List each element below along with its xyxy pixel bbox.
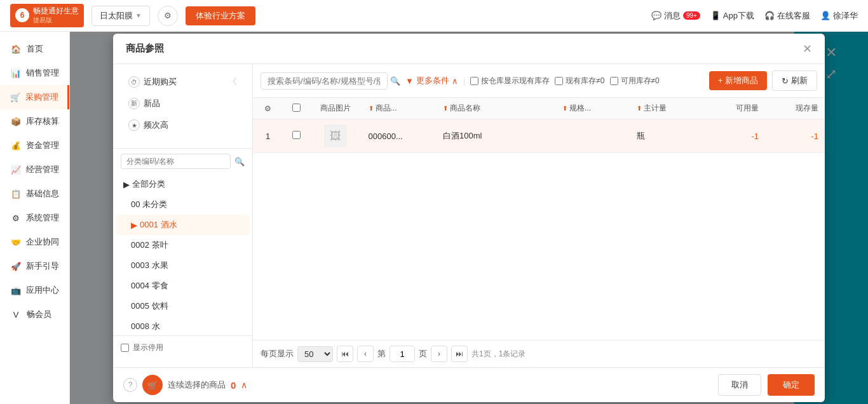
experience-button[interactable]: 体验行业方案 [186, 6, 255, 25]
guide-icon: 🚀 [10, 260, 21, 272]
cancel-button[interactable]: 取消 [718, 374, 761, 396]
row-seq: 1 [253, 119, 283, 153]
prev-page-button[interactable]: ‹ [357, 346, 374, 362]
page-summary: 共1页，1条记录 [471, 349, 526, 360]
cart-button[interactable]: 🛒 [142, 375, 163, 395]
notification-btn[interactable]: 💬 消息 99+ [651, 10, 700, 22]
toolbar: 🔍 ▼ 更多条件 ∧ | 按仓库显示现有库存 [253, 64, 825, 98]
nav-right: 💬 消息 99+ 📱 App下载 🎧 在线客服 👤 徐泽华 [651, 10, 858, 22]
branch-selector[interactable]: 日太阳膜 ▼ [92, 6, 150, 26]
select-all-checkbox[interactable] [292, 104, 301, 112]
per-page-select[interactable]: 50 20 100 [297, 346, 333, 362]
right-panel: 🔍 ▼ 更多条件 ∧ | 按仓库显示现有库存 [253, 64, 825, 367]
inventory-icon: 📦 [10, 116, 21, 127]
category-search-input[interactable] [121, 154, 231, 169]
product-thumbnail: 🖼 [324, 125, 347, 147]
checkbox-stock-ne0[interactable]: 现有库存≠0 [555, 76, 604, 86]
product-search-button[interactable]: 🔍 [390, 76, 400, 86]
app-name: 畅捷通好生意 [33, 6, 79, 15]
left-panel: ⏱ 近期购买 《 新 新品 ★ 频次高 [113, 64, 253, 367]
app-download-btn[interactable]: 📱 App下载 [710, 10, 754, 22]
filter-button[interactable]: ▼ 更多条件 ∧ [405, 75, 458, 86]
col-header-code[interactable]: ⬆ 商品... [362, 98, 437, 119]
checkbox-warehouse[interactable]: 按仓库显示现有库存 [470, 76, 550, 86]
sidebar-item-apps[interactable]: 📺 应用中心 [0, 278, 69, 302]
system-icon: ⚙ [10, 212, 21, 224]
star-icon: ★ [128, 119, 140, 131]
footer-buttons: 取消 确定 [718, 374, 815, 396]
confirm-button[interactable]: 确定 [768, 374, 815, 396]
tree-item-all[interactable]: ▶ 全部分类 [116, 174, 250, 194]
collapse-up-icon[interactable]: ∧ [241, 380, 247, 390]
sidebar-item-home[interactable]: 🏠 首页 [0, 37, 69, 61]
checkbox-avail-ne0[interactable]: 可用库存≠0 [610, 76, 660, 86]
row-spec [556, 119, 630, 153]
row-name: 白酒100ml [437, 119, 556, 153]
sidebar-item-management[interactable]: 📈 经营管理 [0, 158, 69, 182]
category-search-button[interactable]: 🔍 [234, 157, 245, 166]
sidebar-item-finance[interactable]: 💰 资金管理 [0, 133, 69, 158]
settings-icon[interactable]: ⚙ [158, 6, 178, 26]
product-search-input[interactable] [261, 72, 388, 90]
row-checkbox[interactable] [292, 131, 301, 139]
member-icon: V [10, 309, 22, 320]
sidebar-item-system[interactable]: ⚙ 系统管理 [0, 206, 69, 230]
dialog-body: ⏱ 近期购买 《 新 新品 ★ 频次高 [113, 64, 825, 367]
dialog-header: 商品参照 ✕ [113, 34, 825, 64]
col-header-settings[interactable]: ⚙ [253, 98, 283, 119]
tree-item-0003[interactable]: 0003 水果 [116, 255, 250, 276]
purchase-icon: 🛒 [10, 91, 20, 103]
avail-ne0-checkbox[interactable] [610, 77, 618, 85]
dialog-close-button[interactable]: ✕ [803, 43, 812, 55]
sidebar: 🏠 首页 📊 销售管理 🛒 采购管理 📦 库存核算 💰 资金管理 📈 经营管理 … [0, 32, 70, 404]
finance-icon: 💰 [10, 140, 21, 151]
sidebar-item-collab[interactable]: 🤝 企业协同 [0, 230, 69, 254]
show-disabled-checkbox[interactable] [121, 344, 129, 352]
first-page-button[interactable]: ⏮ [337, 346, 353, 362]
sidebar-item-member[interactable]: V 畅会员 [0, 302, 69, 327]
tree-item-0008[interactable]: 0008 水 [116, 316, 250, 335]
dialog-title: 商品参照 [126, 43, 164, 55]
col-header-avail: 可用量 [690, 98, 764, 119]
refresh-button[interactable]: ↻ 刷新 [772, 71, 817, 91]
logo-icon: 6 [15, 8, 29, 22]
row-image-cell: 🖼 [309, 119, 362, 153]
online-service-btn[interactable]: 🎧 在线客服 [764, 10, 810, 22]
category-tree: ▶ 全部分类 00 未分类 ▶ 0001 酒水 0002 茶 [113, 174, 252, 335]
user-profile[interactable]: 👤 徐泽华 [820, 10, 858, 22]
sidebar-item-sales[interactable]: 📊 销售管理 [0, 61, 69, 85]
management-icon: 📈 [10, 164, 21, 175]
logo[interactable]: 6 畅捷通好生意 捷易版 [10, 4, 84, 27]
filter-icon: ▼ [405, 76, 414, 86]
recent-purchase-btn[interactable]: ⏱ 近期购买 《 [121, 72, 245, 92]
new-product-btn[interactable]: 新 新品 [121, 93, 245, 114]
sidebar-item-inventory[interactable]: 📦 库存核算 [0, 109, 69, 133]
sidebar-item-guide[interactable]: 🚀 新手引导 [0, 254, 69, 278]
stock-ne0-checkbox[interactable] [555, 77, 563, 85]
col-header-name[interactable]: ⬆ 商品名称 [437, 98, 556, 119]
cart-count: 0 [231, 380, 236, 391]
help-icon[interactable]: ? [123, 378, 137, 392]
table-row[interactable]: 1 🖼 [253, 119, 825, 153]
page-number-input[interactable] [390, 346, 415, 362]
sidebar-item-info[interactable]: 📋 基础信息 [0, 182, 69, 206]
tree-item-0002[interactable]: 0002 茶叶 [116, 235, 250, 255]
add-product-button[interactable]: + 新增商品 [709, 71, 767, 90]
tree-item-0001[interactable]: ▶ 0001 酒水 [116, 215, 250, 235]
col-header-img: 商品图片 [309, 98, 362, 119]
tree-arrow-icon: ▶ [123, 180, 130, 189]
sidebar-item-purchase[interactable]: 🛒 采购管理 [0, 85, 69, 109]
headset-icon: 🎧 [764, 11, 775, 20]
high-freq-btn[interactable]: ★ 频次高 [121, 115, 245, 135]
product-table: ⚙ 商品图片 [253, 98, 825, 340]
new-icon: 新 [128, 98, 140, 109]
tree-item-0004[interactable]: 0004 零食 [116, 276, 250, 296]
next-page-button[interactable]: › [431, 346, 447, 362]
warehouse-checkbox[interactable] [470, 77, 478, 85]
tree-item-00[interactable]: 00 未分类 [116, 194, 250, 215]
col-header-spec[interactable]: ⬆ 规格... [556, 98, 630, 119]
show-disabled-label[interactable]: 显示停用 [133, 342, 163, 353]
tree-item-0005[interactable]: 0005 饮料 [116, 296, 250, 316]
collapse-icon[interactable]: 《 [228, 76, 237, 88]
last-page-button[interactable]: ⏭ [451, 346, 468, 362]
